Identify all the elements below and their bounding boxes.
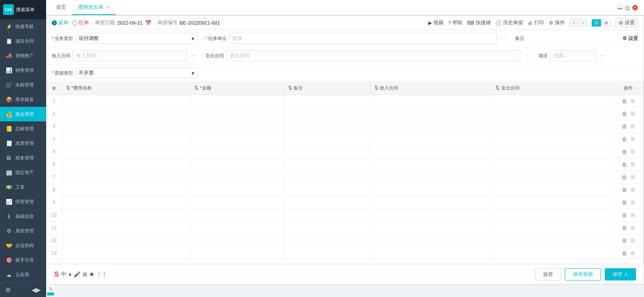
sidebar-item-purchase-mgmt[interactable]: 🛒采购管理: [0, 78, 46, 92]
row-amount-6[interactable]: [190, 158, 284, 171]
save-draft-button[interactable]: 保存草稿: [565, 268, 601, 280]
row-expense-contract-7[interactable]: [492, 171, 613, 184]
row-income-contract-6[interactable]: [370, 158, 492, 171]
row-copy-8[interactable]: ⎘: [630, 186, 636, 194]
row-expense-contract-8[interactable]: [492, 184, 613, 196]
history-tool[interactable]: 🕐 历史单据: [495, 19, 523, 26]
view-list-btn[interactable]: ☰: [592, 19, 601, 27]
nav-next-btn[interactable]: ›: [579, 18, 587, 27]
row-income-contract-4[interactable]: [370, 133, 492, 146]
maximize-button[interactable]: □: [625, 5, 630, 10]
row-delete-9[interactable]: 🗑: [620, 199, 629, 206]
row-amount-8[interactable]: [190, 184, 284, 196]
row-expense-name-3[interactable]: [62, 120, 190, 133]
discard-button[interactable]: 放弃: [535, 268, 561, 280]
row-remark-10[interactable]: [284, 209, 371, 222]
row-income-contract-8[interactable]: [370, 184, 492, 196]
sidebar-item-fixed-assets[interactable]: 🏢固定资产: [0, 165, 46, 180]
sidebar-item-sales-mgmt[interactable]: 📊销售管理: [0, 63, 46, 78]
date-value[interactable]: 2022-09-21: [117, 20, 143, 26]
row-delete-12[interactable]: 🗑: [620, 237, 629, 244]
tab-expense[interactable]: 费用支出单×: [72, 0, 116, 15]
row-expense-contract-5[interactable]: [492, 146, 613, 158]
row-remark-8[interactable]: [284, 184, 371, 196]
form-settings-button[interactable]: ⚙ 设置: [622, 35, 638, 42]
nav-prev-btn[interactable]: ‹: [570, 18, 578, 27]
col-expense-name-sort[interactable]: ⇅: [66, 85, 70, 91]
settings-footer-icon[interactable]: ⚙: [5, 286, 11, 294]
row-delete-13[interactable]: 🗑: [620, 249, 629, 257]
save-button[interactable]: 保存 ∧: [605, 268, 636, 280]
brand-star-icon[interactable]: ✱: [89, 271, 94, 277]
row-expense-contract-11[interactable]: [492, 222, 613, 234]
sidebar-item-sys-mgmt[interactable]: ⚙系统管理: [0, 224, 46, 238]
row-amount-1[interactable]: [190, 95, 284, 108]
row-delete-10[interactable]: 🗑: [620, 211, 629, 219]
row-remark-13[interactable]: [284, 247, 371, 260]
search-menu-label[interactable]: 搜索菜单: [16, 7, 35, 13]
row-expense-name-6[interactable]: [62, 158, 190, 171]
row-expense-name-8[interactable]: [62, 184, 190, 196]
row-amount-12[interactable]: [190, 234, 284, 247]
row-income-contract-11[interactable]: [370, 222, 492, 234]
counterpart-select[interactable]: 选择...: [229, 33, 497, 44]
row-remark-2[interactable]: [284, 108, 371, 120]
sidebar-item-wages[interactable]: 💵工资: [0, 180, 46, 194]
calendar-icon[interactable]: 📅: [145, 20, 151, 26]
sidebar-item-project-contract[interactable]: 📋项目合同: [0, 34, 46, 48]
row-income-contract-5[interactable]: [370, 146, 492, 158]
row-expense-contract-13[interactable]: [492, 247, 613, 260]
row-remark-7[interactable]: [284, 171, 371, 184]
row-expense-name-11[interactable]: [62, 222, 190, 234]
brand-diamond-icon[interactable]: ♦: [69, 271, 71, 277]
row-amount-11[interactable]: [190, 222, 284, 234]
tab-home[interactable]: 首页: [50, 0, 72, 15]
brand-grid-icon[interactable]: ⊞: [83, 271, 87, 277]
col-settings[interactable]: ⚙: [46, 82, 62, 95]
row-copy-13[interactable]: ⎘: [630, 249, 636, 257]
close-button[interactable]: ×: [632, 5, 638, 10]
brand-dots-icon[interactable]: ⋮⋮: [96, 271, 107, 277]
row-expense-contract-14[interactable]: [492, 260, 613, 264]
col-remark-sort[interactable]: ⇅: [288, 85, 292, 91]
row-copy-3[interactable]: ⎘: [630, 123, 636, 130]
sidebar-item-fund-mgmt[interactable]: 💰资金管理: [0, 107, 46, 121]
sidebar-item-quick-nav[interactable]: ⚡快捷导航: [0, 19, 46, 34]
help-tool[interactable]: ? 帮助: [448, 19, 462, 26]
row-remark-9[interactable]: [284, 196, 371, 209]
row-income-contract-13[interactable]: [370, 247, 492, 260]
row-expense-name-4[interactable]: [62, 133, 190, 146]
row-remark-6[interactable]: [284, 158, 371, 171]
row-expense-contract-4[interactable]: [492, 133, 613, 146]
row-remark-14[interactable]: [284, 260, 371, 264]
sidebar-item-newbie[interactable]: 🎯新手引导: [0, 253, 46, 267]
row-expense-name-12[interactable]: [62, 234, 190, 247]
row-remark-5[interactable]: [284, 146, 371, 158]
row-delete-5[interactable]: 🗑: [620, 148, 629, 156]
radio-hong[interactable]: 红单: [72, 19, 89, 26]
video-tool[interactable]: ▶ 视频: [428, 19, 444, 26]
row-copy-4[interactable]: ⎘: [630, 135, 636, 143]
minimize-button[interactable]: —: [617, 5, 622, 10]
row-remark-4[interactable]: [284, 133, 371, 146]
row-expense-contract-1[interactable]: [492, 95, 613, 108]
row-income-contract-1[interactable]: [370, 95, 492, 108]
row-expense-name-14[interactable]: [62, 260, 190, 264]
row-remark-11[interactable]: [284, 222, 371, 234]
row-expense-name-5[interactable]: [62, 146, 190, 158]
quick-tab[interactable]: 快: [47, 292, 54, 295]
row-income-contract-12[interactable]: [370, 234, 492, 247]
row-income-contract-14[interactable]: [370, 260, 492, 264]
row-expense-name-9[interactable]: [62, 196, 190, 209]
row-amount-14[interactable]: [190, 260, 284, 264]
row-expense-name-13[interactable]: [62, 247, 190, 260]
row-expense-contract-12[interactable]: [492, 234, 613, 247]
row-income-contract-10[interactable]: [370, 209, 492, 222]
sidebar-item-cloud-apps[interactable]: ☁云应用: [0, 267, 46, 282]
project-dots[interactable]: ···: [598, 52, 606, 59]
row-copy-10[interactable]: ⎘: [630, 211, 636, 219]
expense-contract-select[interactable]: 支出合同: [226, 50, 520, 61]
expense-contract-dots[interactable]: ···: [523, 52, 531, 59]
row-amount-13[interactable]: [190, 247, 284, 260]
row-delete-1[interactable]: 🗑: [620, 97, 629, 105]
